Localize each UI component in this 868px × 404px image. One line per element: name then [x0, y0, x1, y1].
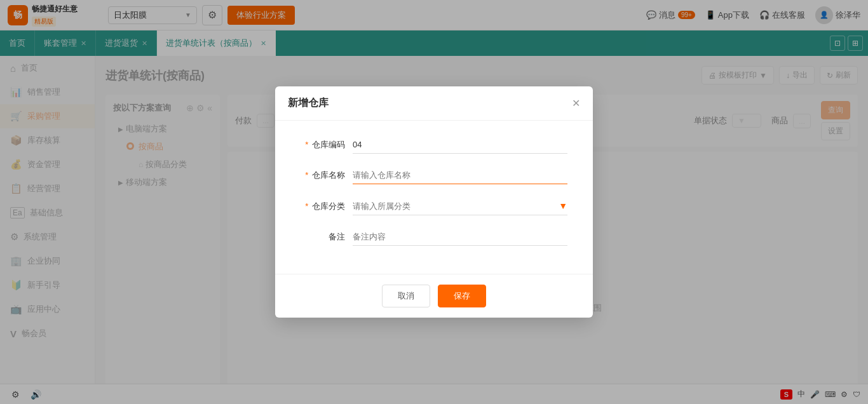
required-mark2: *	[305, 170, 308, 180]
form-row-code: * 仓库编码	[301, 136, 567, 154]
modal-title: 新增仓库	[288, 97, 329, 110]
required-mark3: *	[305, 201, 308, 211]
form-row-category: * 仓库分类 ▼	[301, 197, 567, 215]
code-input[interactable]	[353, 136, 567, 154]
name-label: * 仓库名称	[301, 170, 345, 181]
category-input[interactable]	[353, 201, 559, 211]
new-warehouse-modal: 新增仓库 ✕ * 仓库编码 * 仓库名称	[275, 86, 593, 318]
name-input[interactable]	[353, 166, 567, 184]
modal-header: 新增仓库 ✕	[275, 86, 593, 121]
dropdown-arrow-icon: ▼	[559, 201, 567, 211]
required-mark: *	[305, 140, 308, 149]
modal-body: * 仓库编码 * 仓库名称 * 仓库分类	[275, 121, 593, 274]
modal-footer: 取消 保存	[275, 274, 593, 318]
category-label: * 仓库分类	[301, 201, 345, 212]
category-select[interactable]: ▼	[353, 197, 567, 215]
form-row-remark: 备注	[301, 228, 567, 246]
modal-overlay[interactable]: 新增仓库 ✕ * 仓库编码 * 仓库名称	[0, 0, 868, 404]
cancel-button[interactable]: 取消	[382, 285, 430, 307]
modal-close-btn[interactable]: ✕	[572, 97, 580, 109]
remark-input[interactable]	[353, 228, 567, 246]
remark-label: 备注	[301, 231, 345, 243]
save-button[interactable]: 保存	[438, 285, 486, 307]
code-label: * 仓库编码	[301, 139, 345, 151]
form-row-name: * 仓库名称	[301, 166, 567, 184]
